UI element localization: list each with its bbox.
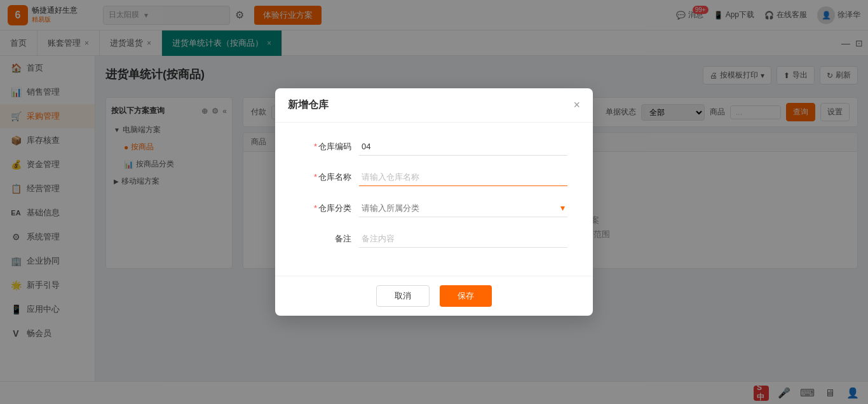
- dialog-close-icon[interactable]: ×: [573, 98, 580, 112]
- name-label: 仓库名称: [301, 172, 351, 183]
- new-warehouse-dialog: 新增仓库 × 仓库编码 仓库名称 仓库分类 ▾: [275, 88, 593, 316]
- form-row-name: 仓库名称: [301, 168, 567, 186]
- form-row-note: 备注: [301, 230, 567, 248]
- note-label: 备注: [301, 233, 351, 245]
- dropdown-arrow-icon: ▾: [560, 203, 565, 213]
- form-row-category: 仓库分类 ▾: [301, 199, 567, 217]
- note-input[interactable]: [359, 230, 567, 248]
- dialog-footer: 取消 保存: [275, 276, 593, 316]
- name-input[interactable]: [359, 168, 567, 186]
- code-input[interactable]: [359, 138, 567, 156]
- form-row-code: 仓库编码: [301, 138, 567, 156]
- code-label: 仓库编码: [301, 141, 351, 152]
- category-select[interactable]: ▾: [359, 199, 567, 217]
- dialog-header: 新增仓库 ×: [275, 88, 593, 123]
- category-label: 仓库分类: [301, 203, 351, 214]
- cancel-button[interactable]: 取消: [376, 285, 430, 307]
- dialog-title: 新增仓库: [288, 98, 329, 112]
- dialog-body: 仓库编码 仓库名称 仓库分类 ▾ 备注: [275, 123, 593, 276]
- category-input[interactable]: [362, 203, 560, 213]
- save-button[interactable]: 保存: [440, 285, 492, 307]
- dialog-overlay[interactable]: 新增仓库 × 仓库编码 仓库名称 仓库分类 ▾: [0, 0, 868, 404]
